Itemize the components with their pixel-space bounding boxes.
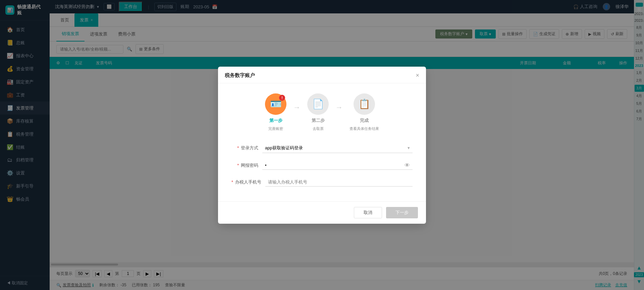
login-method-value: app获取验证码登录: [265, 145, 303, 151]
password-input[interactable]: [262, 161, 413, 170]
tax-digital-modal: 税务数字账户 × 🪪 ! 第一步 完善账密 → �: [218, 67, 426, 224]
login-method-select[interactable]: app获取验证码登录 ▾: [262, 143, 413, 153]
step-1-badge: !: [279, 95, 285, 101]
login-method-row: * 登录方式 app获取验证码登录 ▾: [231, 143, 413, 153]
step-arrow-2: →: [335, 103, 343, 121]
step-2-sub: 去取票: [313, 126, 324, 131]
password-toggle-icon[interactable]: 👁: [405, 162, 410, 168]
modal-overlay: 税务数字账户 × 🪪 ! 第一步 完善账密 → �: [0, 0, 644, 290]
phone-input[interactable]: [265, 178, 413, 187]
password-row: * 网报密码 👁: [231, 161, 413, 170]
step-1-sub: 完善账密: [268, 126, 283, 131]
login-method-label: * 登录方式: [231, 145, 258, 151]
step-2-label: 第二步: [312, 118, 325, 124]
modal-footer: 取消 下一步: [218, 201, 426, 224]
step-indicator: 🪪 ! 第一步 完善账密 → 📄 第二步 去取票 →: [231, 93, 413, 131]
password-field-wrap: 👁: [262, 161, 413, 170]
modal-title: 税务数字账户: [225, 72, 255, 79]
step-1-icon: 🪪 !: [265, 93, 286, 115]
select-chevron-down-icon: ▾: [408, 145, 410, 150]
password-label: * 网报密码: [231, 162, 258, 168]
step-3: 📋 完成 查看具体任务结果: [350, 93, 379, 131]
step-3-label: 完成: [360, 118, 369, 124]
step-2-icon: 📄: [307, 93, 329, 115]
step-1: 🪪 ! 第一步 完善账密: [265, 93, 286, 131]
step-3-icon: 📋: [354, 93, 375, 115]
cancel-button[interactable]: 取消: [354, 207, 382, 218]
modal-body: 🪪 ! 第一步 完善账密 → 📄 第二步 去取票 →: [218, 83, 426, 201]
phone-label: * 办税人手机号: [231, 179, 261, 185]
phone-row: * 办税人手机号: [231, 178, 413, 187]
modal-close-button[interactable]: ×: [416, 72, 419, 79]
step-2: 📄 第二步 去取票: [307, 93, 329, 131]
next-step-button[interactable]: 下一步: [386, 207, 418, 218]
modal-header: 税务数字账户 ×: [218, 67, 426, 83]
step-1-label: 第一步: [269, 118, 282, 124]
step-3-sub: 查看具体任务结果: [350, 126, 379, 131]
step-arrow-1: →: [293, 103, 301, 121]
